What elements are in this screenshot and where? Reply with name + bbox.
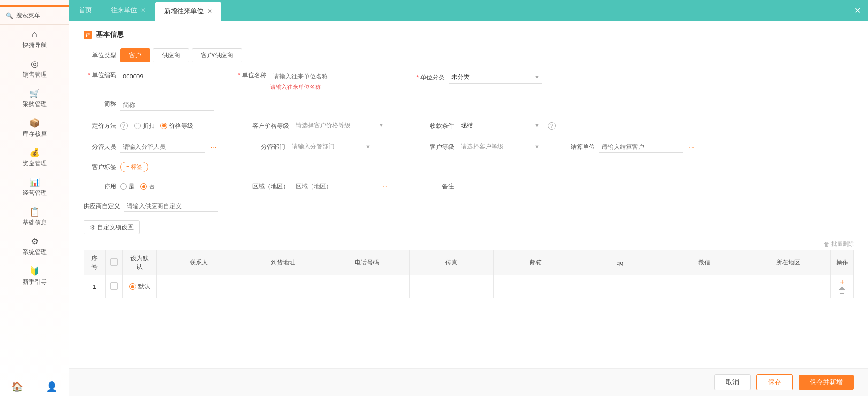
settlement-input[interactable] — [599, 141, 683, 153]
customer-level-select[interactable]: 请选择客户等级 ▼ — [458, 140, 542, 153]
tab-new-partner-close[interactable]: ✕ — [207, 8, 212, 15]
tab-home[interactable]: 首页 — [69, 0, 101, 21]
type-btn-supplier[interactable]: 供应商 — [153, 48, 189, 62]
batch-delete-label[interactable]: 批量删除 — [831, 240, 854, 248]
abbr-input[interactable] — [120, 100, 214, 111]
pricing-radio-group: 折扣 价格等级 — [134, 122, 193, 130]
search-icon: 🔍 — [6, 12, 13, 19]
col-qq: qq — [578, 250, 662, 275]
tags-label: 客户标签 — [84, 163, 116, 171]
radio-no[interactable]: 否 — [140, 182, 155, 191]
cell-address[interactable] — [241, 275, 325, 298]
sidebar-item-quick-nav[interactable]: ⌂ 快捷导航 — [0, 25, 69, 54]
home-bottom-icon[interactable]: 🏠 — [11, 381, 23, 392]
search-menu[interactable]: 🔍 搜索菜单 — [0, 7, 69, 25]
customer-price-select[interactable]: 请选择客户价格等级 ▼ — [293, 119, 387, 132]
sidebar-item-inventory[interactable]: 📦 库存核算 — [0, 113, 69, 143]
radio-price-level[interactable]: 价格等级 — [160, 122, 193, 130]
remark-input[interactable] — [458, 181, 562, 192]
unit-name-input[interactable] — [270, 71, 373, 82]
pricing-method-field: 定价方法 ? 折扣 价格等级 — [84, 122, 252, 130]
radio-discount[interactable]: 折扣 — [134, 122, 155, 130]
sidebar-item-label: 系统管理 — [23, 248, 47, 256]
cell-checkbox[interactable] — [106, 275, 123, 298]
cell-fax[interactable] — [409, 275, 494, 298]
add-tag-btn[interactable]: + 标签 — [120, 162, 148, 172]
cell-region[interactable] — [746, 275, 831, 298]
customer-price-field: 客户价格等级 请选择客户价格等级 ▼ — [252, 119, 421, 132]
col-region: 所在地区 — [746, 250, 831, 275]
tab-new-partner[interactable]: 新增往来单位 ✕ — [155, 2, 221, 21]
tab-partner[interactable]: 往来单位 ✕ — [101, 0, 155, 21]
cell-qq[interactable] — [578, 275, 662, 298]
form-content: P 基本信息 单位类型 客户 供应商 客户/供应商 单位编码 单位名称 — [69, 21, 868, 368]
settlement-label: 结算单位 — [562, 143, 595, 151]
disabled-row: 停用 是 否 区域（地区） ··· 备注 — [84, 181, 854, 192]
inventory-icon: 📦 — [30, 118, 40, 128]
sidebar-item-guide[interactable]: 🔰 新手引导 — [0, 261, 69, 291]
type-btn-customer[interactable]: 客户 — [120, 48, 150, 62]
sidebar-item-finance[interactable]: 💰 资金管理 — [0, 143, 69, 172]
unit-type-buttons: 客户 供应商 客户/供应商 — [120, 48, 242, 62]
col-checkbox[interactable] — [106, 250, 123, 275]
customer-level-field: 客户等级 请选择客户等级 ▼ — [421, 140, 562, 153]
row-checkbox[interactable] — [110, 282, 118, 290]
sidebar-item-sales[interactable]: ◎ 销售管理 — [0, 54, 69, 84]
window-close-btn[interactable]: ✕ — [854, 6, 868, 15]
chevron-down-icon2: ▼ — [379, 123, 384, 128]
payment-terms-select[interactable]: 现结 ▼ — [458, 119, 542, 132]
custom-settings-btn[interactable]: ⚙ 自定义项设置 — [84, 220, 140, 234]
select-all-checkbox[interactable] — [110, 258, 118, 266]
contact-input[interactable] — [161, 283, 236, 290]
settlement-more-btn[interactable]: ··· — [687, 143, 697, 151]
region-input[interactable] — [293, 181, 377, 192]
row-region-input[interactable] — [751, 283, 826, 290]
radio-price-level-label: 价格等级 — [169, 122, 193, 130]
cell-contact[interactable] — [156, 275, 241, 298]
fax-input[interactable] — [414, 283, 489, 290]
wechat-input[interactable] — [667, 283, 742, 290]
cell-default: 默认 — [123, 275, 157, 298]
cell-email[interactable] — [494, 275, 578, 298]
payment-terms-label: 收款条件 — [421, 122, 454, 130]
contacts-table: 序号 设为默认 联系人 到货地址 电话号码 传真 邮箱 qq 微信 所在地区 操… — [84, 250, 854, 298]
user-bottom-icon[interactable]: 👤 — [46, 381, 58, 392]
unit-code-input[interactable] — [120, 71, 214, 82]
type-btn-both[interactable]: 客户/供应商 — [192, 48, 242, 62]
phone-input[interactable] — [330, 283, 404, 290]
row-delete-btn[interactable]: 🗑 — [838, 287, 846, 295]
radio-yes[interactable]: 是 — [120, 182, 135, 191]
region-more-btn[interactable]: ··· — [381, 182, 391, 191]
sidebar-item-operations[interactable]: 📊 经营管理 — [0, 172, 69, 202]
supplier-custom-input[interactable] — [124, 201, 218, 212]
finance-icon: 💰 — [30, 148, 40, 158]
dept-select[interactable]: 请输入分管部门 ▼ — [289, 140, 373, 153]
email-input[interactable] — [498, 283, 573, 290]
cell-phone[interactable] — [325, 275, 410, 298]
cell-wechat[interactable] — [662, 275, 746, 298]
default-radio-label: 默认 — [138, 282, 150, 291]
save-button[interactable]: 保存 — [756, 374, 793, 390]
chevron-down-icon4: ▼ — [365, 144, 371, 149]
unit-category-select[interactable]: 未分类 ▼ — [449, 71, 542, 84]
sidebar-item-basic[interactable]: 📋 基础信息 — [0, 202, 69, 232]
remark-field: 备注 — [421, 181, 562, 192]
sidebar-item-system[interactable]: ⚙ 系统管理 — [0, 232, 69, 261]
manager-input[interactable] — [120, 141, 205, 153]
pricing-method-label: 定价方法 — [84, 122, 116, 130]
save-new-button[interactable]: 保存并新增 — [799, 375, 854, 390]
sidebar-item-purchase[interactable]: 🛒 采购管理 — [0, 84, 69, 113]
main-area: 首页 往来单位 ✕ 新增往来单位 ✕ ✕ P 基本信息 单位类型 客户 供应商 — [69, 0, 868, 396]
search-menu-label: 搜索菜单 — [16, 11, 40, 20]
manager-field: 分管人员 ··· — [84, 141, 252, 153]
payment-terms-help-icon[interactable]: ? — [548, 122, 556, 130]
cancel-button[interactable]: 取消 — [714, 374, 751, 390]
tab-partner-close[interactable]: ✕ — [141, 7, 145, 14]
default-radio[interactable]: 默认 — [128, 282, 152, 291]
manager-more-btn[interactable]: ··· — [208, 143, 218, 151]
address-input[interactable] — [246, 283, 320, 290]
qq-input[interactable] — [583, 283, 657, 290]
action-bar: 取消 保存 保存并新增 — [69, 368, 868, 396]
row-add-btn[interactable]: + — [840, 278, 844, 286]
pricing-help-icon[interactable]: ? — [120, 122, 128, 130]
